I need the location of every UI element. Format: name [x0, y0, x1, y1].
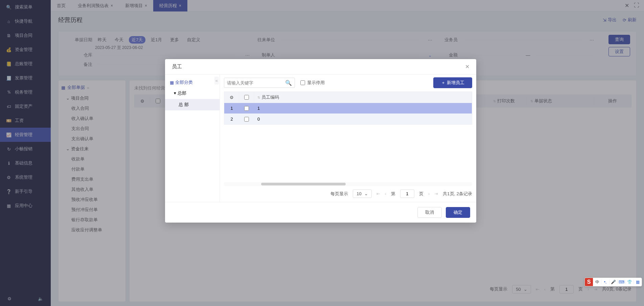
- sort-icon[interactable]: ⇅: [257, 96, 260, 99]
- ime-grid-icon[interactable]: ▦: [634, 280, 642, 284]
- row-checkbox[interactable]: [244, 106, 249, 111]
- select-all-checkbox[interactable]: [244, 95, 249, 100]
- collapse-icon[interactable]: «: [214, 77, 219, 84]
- search-icon[interactable]: 🔍: [285, 80, 292, 86]
- first-page-icon[interactable]: ⇤: [376, 191, 380, 196]
- ime-toolbar[interactable]: S 中 •, 🎤 ⌨ 👕 ▦: [584, 278, 642, 286]
- search-input-wrap: 🔍: [224, 78, 295, 88]
- cancel-button[interactable]: 取消: [417, 207, 442, 218]
- modal-category-head[interactable]: ▦ 全部分类: [165, 77, 220, 87]
- tree-node-root[interactable]: ▾ 总部: [165, 87, 220, 99]
- close-icon[interactable]: ✕: [465, 63, 469, 70]
- per-page-select[interactable]: 10⌄: [353, 189, 371, 198]
- next-page-icon[interactable]: ›: [428, 191, 430, 196]
- modal-category-panel: ▦ 全部分类 « ▾ 总部 总 部: [165, 75, 220, 202]
- search-input[interactable]: [227, 80, 285, 85]
- ime-keyboard-icon[interactable]: ⌨: [617, 280, 625, 284]
- ime-mic-icon[interactable]: 🎤: [609, 280, 617, 284]
- modal-table-header: ⚙ ⇅员工编码: [224, 92, 472, 103]
- page-input[interactable]: [400, 189, 414, 198]
- prev-page-icon[interactable]: ‹: [385, 191, 386, 196]
- tree-node-child[interactable]: 总 部: [165, 99, 220, 110]
- chevron-down-icon: ⌄: [364, 191, 368, 196]
- ime-language[interactable]: 中: [593, 279, 601, 285]
- gear-icon[interactable]: ⚙: [230, 95, 234, 100]
- show-disabled-toggle[interactable]: 显示停用: [300, 80, 325, 86]
- table-row[interactable]: 1 1: [224, 103, 472, 114]
- show-disabled-checkbox[interactable]: [300, 80, 305, 85]
- horizontal-scrollbar[interactable]: [224, 182, 472, 186]
- employee-modal: 员工 ✕ ▦ 全部分类 « ▾ 总部 总 部 🔍 显示停用 ＋ 新增员工: [165, 59, 476, 223]
- modal-pager: 每页显示 10⌄ ⇤ ‹ 第 页 › ⇥ 共1页, 2条记录: [224, 189, 472, 198]
- confirm-button[interactable]: 确定: [446, 207, 470, 218]
- modal-title: 员工: [172, 63, 182, 70]
- row-checkbox[interactable]: [244, 117, 249, 122]
- ime-punct-icon[interactable]: •,: [601, 280, 609, 284]
- ime-logo-icon: S: [585, 278, 593, 286]
- ime-skin-icon[interactable]: 👕: [625, 280, 634, 284]
- table-row[interactable]: 2 0: [224, 114, 472, 125]
- last-page-icon[interactable]: ⇥: [434, 191, 438, 196]
- add-employee-button[interactable]: ＋ 新增员工: [433, 77, 472, 88]
